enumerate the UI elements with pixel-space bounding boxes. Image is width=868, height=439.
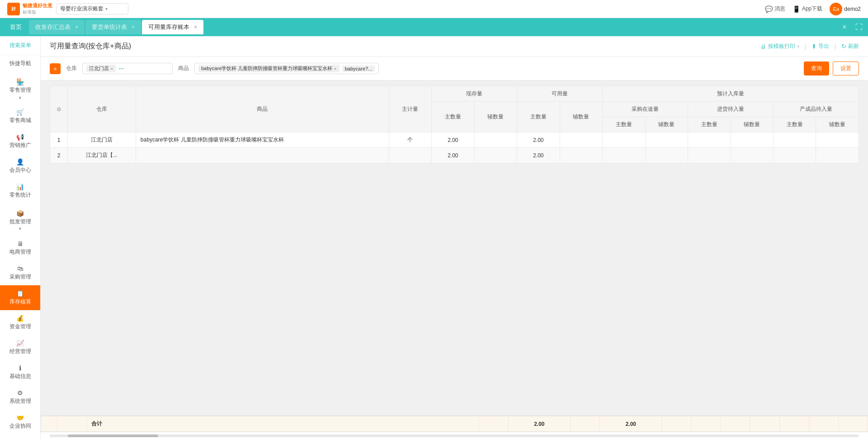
tab-home[interactable]: 首页 [4,20,28,34]
username-label: demo2 [844,6,861,12]
col-prod-pending-main: 主数量 [774,117,816,132]
tab-available-stock-close[interactable]: × [194,24,197,30]
col-goods-pending-header: 进货待入量 [688,102,774,117]
sidebar-item-inventory-check[interactable]: 📋 库存核算 [0,285,40,310]
top-bar-right: 💬 消息 📱 App下载 Ea demo2 [765,3,861,15]
col-product-header: 商品 [136,86,389,132]
zero-retail-mall-icon: 🛒 [16,109,24,116]
inventory-check-icon: 📋 [16,290,24,297]
scroll-track[interactable] [50,434,859,437]
tab-order-stats-close[interactable]: × [132,24,135,30]
sidebar-item-ecommerce[interactable]: 🖥 电商管理 [0,236,40,260]
row-1-warehouse: 江北门店 [68,132,136,148]
sidebar-item-member-center[interactable]: 👤 会员中心 [0,154,40,179]
main-layout: 搜索菜单 快捷导航 🏪 零售管理 ▲ 🛒 零售商城 📢 营销推广 👤 会员中心 … [0,36,868,439]
product-tag-0-remove[interactable]: × [334,66,336,71]
col-stock-main-qty: 主数量 [432,102,474,132]
sidebar-item-purchase-mgmt[interactable]: 🛍 采购管理 [0,260,40,285]
row-1-prod-pending-main [774,132,816,148]
tab-receipt-summary-close[interactable]: × [75,24,78,30]
expand-filter-btn[interactable]: » [50,63,61,74]
warehouse-filter-dots[interactable]: ··· [118,65,124,72]
page-actions: 🖨 按模板打印 ▾ | ⬆ 导出 | ↻ 刷新 [760,42,859,50]
tab-receipt-summary[interactable]: 收发存汇总表 × [29,20,85,34]
refresh-btn[interactable]: ↻ 刷新 [841,42,859,50]
row-1-goods-pending-main [688,132,731,148]
org-selector-text: 母婴行业演示账套 [60,5,104,13]
fullscreen-btn[interactable]: ⛶ [854,22,864,33]
settings-btn[interactable]: 设置 [833,61,859,76]
app-download-btn[interactable]: 📱 App下载 [793,5,822,13]
search-menu-btn[interactable]: 搜索菜单 [4,40,37,51]
table-settings-icon[interactable]: ⚙ [55,105,63,113]
row-1-pur-transit-aux [645,132,688,148]
row-2-goods-pending-aux [731,148,773,163]
quick-nav-btn[interactable]: 快捷导航 [0,57,40,70]
sidebar-item-new-guide[interactable]: 🔰 新手引导 [0,434,40,439]
basic-info-icon: ℹ [19,364,21,372]
business-mgmt-icon: 📈 [16,340,24,347]
logo-area: 好 畅捷通好生意 标准版 [7,2,52,15]
total-label: 合计 [87,416,479,432]
org-selector[interactable]: 母婴行业演示账套 ▾ [56,3,128,14]
sidebar: 搜索菜单 快捷导航 🏪 零售管理 ▲ 🛒 零售商城 📢 营销推广 👤 会员中心 … [0,36,41,439]
total-row: 合计 2.00 2.00 [41,416,868,432]
warehouse-tag-remove[interactable]: × [110,66,113,71]
expand-arrow-2: ▼ [18,227,22,231]
sidebar-item-enterprise-collab[interactable]: 🤝 企业协同 [0,410,40,434]
table-body: 1 江北门店 babycare学饮杯 儿童防摔防撞吸管杯重力球吸嘴杯宝宝水杯 个… [50,132,859,163]
col-goods-pending-aux: 辅数量 [731,117,773,132]
nav-tabs: 首页 收发存汇总表 × 要货单统计表 × 可用量库存账本 × × ⛶ [0,18,868,36]
table-row: 1 江北门店 babycare学饮杯 儿童防摔防撞吸管杯重力球吸嘴杯宝宝水杯 个… [50,132,859,148]
member-center-icon: 👤 [16,158,24,165]
row-1-product: babycare学饮杯 儿童防摔防撞吸管杯重力球吸嘴杯宝宝水杯 [136,132,389,148]
expand-arrow: ▲ [18,95,22,99]
nav-controls: × ⛶ [839,22,864,33]
total-table: 合计 2.00 2.00 [41,416,868,432]
warehouse-label: 仓库 [66,65,77,72]
message-icon: 💬 [765,5,773,13]
refresh-icon: ↻ [841,43,846,50]
message-btn[interactable]: 💬 消息 [765,5,785,13]
warehouse-filter-input[interactable]: 江北门店 × ··· [82,63,173,74]
product-filter-input[interactable]: babycare学饮杯 儿童防摔防撞吸管杯重力球吸嘴杯宝宝水杯 × babyca… [194,63,379,74]
print-icon: 🖨 [760,43,766,50]
retail-stats-icon: 📊 [16,183,24,190]
sidebar-item-retail-stats[interactable]: 📊 零售统计 [0,179,40,203]
close-all-tabs-btn[interactable]: × [839,22,850,33]
col-available-header: 可用量 [517,86,603,102]
print-dropdown-icon[interactable]: ▾ [797,44,799,49]
total-section: 合计 2.00 2.00 [41,415,868,432]
query-btn[interactable]: 查询 [804,61,829,76]
col-pur-transit-main: 主数量 [603,117,645,132]
print-btn[interactable]: 🖨 按模板打印 ▾ [760,42,799,50]
app-download-label: App下载 [802,5,822,13]
sidebar-item-business-mgmt[interactable]: 📈 经营管理 [0,335,40,360]
row-2-goods-pending-main [688,148,731,163]
horizontal-scrollbar[interactable] [41,432,868,439]
tab-available-stock[interactable]: 可用量库存账本 × [142,20,203,34]
sidebar-item-system-mgmt[interactable]: ⚙ 系统管理 [0,385,40,410]
row-2-main-unit [389,148,431,163]
total-stock-main: 2.00 [508,416,570,432]
sidebar-item-batch-mgmt[interactable]: 📦 批发管理 ▼ [0,205,40,236]
row-1-stock-aux [474,132,517,148]
user-area[interactable]: Ea demo2 [830,3,861,15]
page-header: 可用量查询(按仓库+商品) 🖨 按模板打印 ▾ | ⬆ 导出 | ↻ 刷新 [41,36,868,57]
scroll-thumb[interactable] [68,434,158,437]
row-2-avail-aux [560,148,602,163]
col-pur-transit-aux: 辅数量 [645,117,688,132]
purchase-mgmt-icon: 🛍 [17,265,24,272]
sidebar-item-marketing[interactable]: 📢 营销推广 [0,129,40,154]
sidebar-item-basic-info[interactable]: ℹ 基础信息 [0,360,40,385]
sidebar-item-zero-retail-mgmt[interactable]: 🏪 零售管理 ▲ [0,74,40,104]
export-btn[interactable]: ⬆ 导出 [811,42,829,50]
col-pur-transit-header: 采购在途量 [603,102,688,117]
tab-order-stats[interactable]: 要货单统计表 × [85,20,141,34]
sidebar-item-zero-retail-mall[interactable]: 🛒 零售商城 [0,104,40,129]
col-main-unit-header: 主计量 [389,86,431,132]
sidebar-item-capital-mgmt[interactable]: 💰 资金管理 [0,310,40,335]
row-2-pur-transit-aux [645,148,688,163]
top-bar: 好 畅捷通好生意 标准版 母婴行业演示账套 ▾ 💬 消息 📱 App下载 Ea … [0,0,868,18]
row-1-pur-transit-main [603,132,645,148]
